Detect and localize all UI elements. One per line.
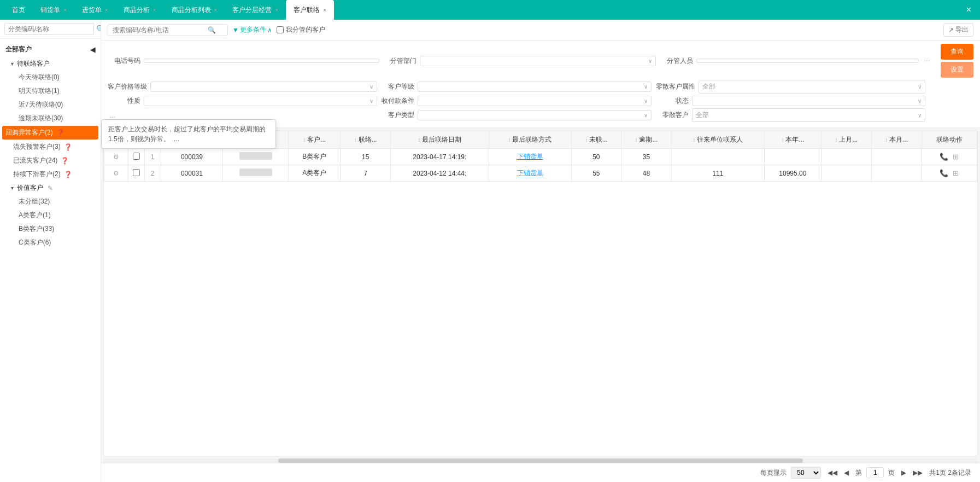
page-number-input[interactable] [866, 467, 884, 478]
retail-attr-select[interactable]: 全部 ∨ [699, 80, 925, 94]
sidebar-search-input[interactable] [4, 23, 94, 35]
page-unit: 页 [886, 467, 897, 479]
nav-purchase-order[interactable]: 进货单 × [74, 0, 116, 20]
sidebar-item-churned[interactable]: 已流失客户(24) ❓ [0, 154, 101, 167]
my-customers-check[interactable] [277, 26, 284, 33]
next-page-btn[interactable]: ▶ [899, 468, 908, 478]
close-customer-tiering[interactable]: × [275, 7, 278, 13]
sidebar-item-churn-warning[interactable]: 流失预警客户(3) ❓ [0, 140, 101, 154]
sidebar-item-overdue[interactable]: 逾期未联络(30) [5, 112, 101, 125]
phone-action-icon[interactable]: 📞 [940, 153, 948, 161]
col-last-month[interactable]: 上月... [821, 131, 872, 149]
search-icon[interactable]: 🔍 [208, 26, 216, 34]
sidebar-item-declining[interactable]: 持续下滑客户(2) ❓ [0, 167, 101, 181]
col-category[interactable]: 客户... [289, 131, 341, 149]
phone-input[interactable] [144, 59, 379, 63]
customer-type-select[interactable]: ∨ [418, 110, 651, 120]
chevron-dept: ∨ [648, 58, 652, 64]
chevron-retail: ∨ [918, 84, 922, 90]
row-last-month [821, 165, 872, 182]
nature-select[interactable]: ∨ [144, 96, 377, 106]
sidebar-item-7days[interactable]: 近7天待联络(0) [5, 98, 101, 112]
nav-home[interactable]: 首页 [4, 0, 33, 20]
sidebar-item-b-class[interactable]: B类客户(33) [5, 222, 101, 236]
phone-action-icon[interactable]: 📞 [940, 169, 948, 177]
close-sales-order[interactable]: × [63, 7, 67, 13]
query-button[interactable]: 查询 [941, 44, 973, 60]
row-settings-icon[interactable]: ⚙ [113, 170, 119, 177]
chevron-zero: ∨ [918, 112, 922, 118]
row-code: 000039 [161, 149, 223, 165]
search-input[interactable] [113, 26, 206, 34]
col-last-contact-date[interactable]: 最后联络日期 [391, 131, 489, 149]
col-uncontacted[interactable]: 未联... [571, 131, 621, 149]
row-checkbox[interactable] [133, 153, 140, 160]
row-settings[interactable]: ⚙ [104, 149, 128, 165]
per-page-select[interactable]: 50 100 200 [791, 467, 821, 479]
col-this-year[interactable]: 本年... [764, 131, 821, 149]
sidebar-search-icon[interactable]: 🔍 [96, 25, 101, 33]
manager-input[interactable] [696, 59, 919, 63]
setting-button[interactable]: 设置 [941, 62, 973, 78]
nav-product-analysis[interactable]: 商品分析 × [116, 0, 164, 20]
tooltip-ellipsis[interactable]: ... [174, 135, 179, 143]
sidebar-item-today[interactable]: 今天待联络(0) [5, 71, 101, 84]
sidebar-all-customers[interactable]: 全部客户 ◀ [0, 42, 101, 57]
filter-bar: 🔍 ▼ 更多条件 ∧ 我分管的客户 ↗ 导出 [101, 20, 980, 40]
row-last-contact-method: 下销货单 [489, 165, 571, 182]
first-page-btn[interactable]: ◀◀ [825, 468, 840, 478]
row4-ellipsis[interactable]: ... [108, 112, 118, 119]
my-customers-checkbox[interactable]: 我分管的客户 [277, 25, 325, 34]
sidebar-item-tomorrow[interactable]: 明天待联络(1) [5, 84, 101, 98]
customer-level-select[interactable]: ∨ [418, 82, 651, 92]
contact-method-link[interactable]: 下销货单 [517, 153, 543, 160]
chevron-icon: ∧ [267, 26, 272, 34]
sidebar-item-abnormal-repurchase[interactable]: 回购异常客户(2) ❓ [2, 126, 98, 140]
close-customer-contact[interactable]: × [323, 7, 326, 13]
row-checkbox[interactable] [133, 169, 140, 176]
content-area: 🔍 ▼ 更多条件 ∧ 我分管的客户 ↗ 导出 电话号码 [101, 20, 980, 482]
price-level-select[interactable]: ∨ [150, 82, 377, 92]
col-this-month[interactable]: 本月... [871, 131, 922, 149]
nav-sales-order[interactable]: 销货单 × [33, 0, 74, 20]
nav-customer-contact[interactable]: 客户联络 × [286, 0, 334, 20]
tooltip-box: 距客户上次交易时长，超过了此客户的平均交易周期的1.5倍，则视为异常。 ... [101, 119, 276, 149]
scrollbar-thumb[interactable] [278, 458, 803, 463]
col-overdue[interactable]: 逾期... [621, 131, 672, 149]
sidebar-value-header[interactable]: ▼ 价值客户 ✎ [5, 181, 101, 195]
close-product-analysis[interactable]: × [153, 7, 156, 13]
prev-page-btn[interactable]: ◀ [842, 468, 851, 478]
more-conditions-btn[interactable]: ▼ 更多条件 ∧ [232, 25, 272, 34]
nav-product-analysis-list[interactable]: 商品分析列表 × [164, 0, 225, 20]
payment-select[interactable]: ∨ [418, 96, 651, 106]
edit-icon[interactable]: ✎ [48, 184, 53, 192]
export-button[interactable]: ↗ 导出 [943, 23, 973, 37]
grid-action-icon[interactable]: ⊞ [953, 153, 959, 161]
sidebar-item-ungroup[interactable]: 未分组(32) [5, 195, 101, 208]
close-purchase-order[interactable]: × [105, 7, 108, 13]
price-level-label: 客户价格等级 [108, 82, 147, 91]
dept-select[interactable]: ∨ [420, 56, 655, 66]
status-select[interactable]: ∨ [692, 96, 925, 106]
sidebar-pending-contact-header[interactable]: ▼ 待联络客户 [5, 57, 101, 71]
sidebar-collapse-btn[interactable]: ◀ [90, 46, 95, 54]
window-close-icon[interactable]: × [962, 5, 976, 15]
zero-retail-label2: 零散客户 [656, 111, 689, 120]
col-unit-contact[interactable]: 往来单位联系人 [671, 131, 764, 149]
col-contact[interactable]: 联络... [341, 131, 391, 149]
col-last-contact-method[interactable]: 最后联络方式 [489, 131, 571, 149]
row-overdue: 48 [621, 165, 672, 182]
zero-retail-select[interactable]: 全部 ∨ [692, 108, 925, 122]
last-page-btn[interactable]: ▶▶ [911, 468, 925, 478]
close-product-analysis-list[interactable]: × [214, 7, 218, 13]
nav-customer-tiering[interactable]: 客户分层经营 × [225, 0, 286, 20]
row-settings-icon[interactable]: ⚙ [113, 153, 119, 161]
sidebar-item-a-class[interactable]: A类客户(1) [5, 208, 101, 222]
contact-method-link[interactable]: 下销货单 [517, 169, 543, 177]
grid-action-icon[interactable]: ⊞ [953, 169, 959, 177]
horizontal-scrollbar[interactable] [103, 458, 978, 463]
sidebar-item-c-class[interactable]: C类客户(6) [5, 236, 101, 249]
row-settings[interactable]: ⚙ [104, 165, 128, 182]
dept-label: 分管部门 [384, 56, 416, 66]
manager-ellipsis[interactable]: ··· [922, 57, 932, 65]
